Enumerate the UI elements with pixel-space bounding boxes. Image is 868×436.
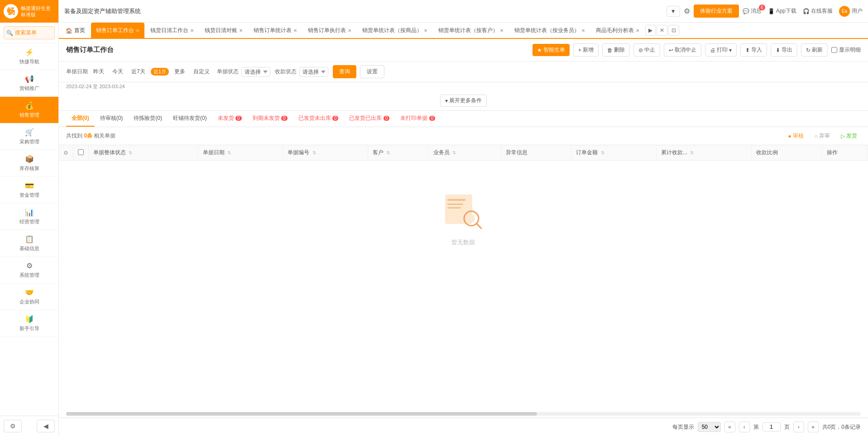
- status-select[interactable]: 请选择: [241, 67, 270, 77]
- sort-staff-icon[interactable]: ⇅: [452, 150, 456, 155]
- stop-button[interactable]: ⊘ 中止: [633, 43, 660, 57]
- tab-gross-margin[interactable]: 商品毛利分析表 ✕: [591, 23, 644, 38]
- sort-date-icon[interactable]: ⇅: [227, 150, 231, 155]
- next-page-button[interactable]: ›: [793, 422, 804, 432]
- user-info[interactable]: Ea 用户: [839, 6, 863, 17]
- sidebar-item-sales[interactable]: 💰 销售管理: [0, 97, 58, 123]
- tab-sales-stat[interactable]: 销售订单统计表 ✕: [249, 23, 302, 38]
- sidebar-item-system[interactable]: ⚙ 系统管理: [0, 257, 58, 284]
- sidebar-item-purchase[interactable]: 🛒 采购管理: [0, 123, 58, 150]
- close-tab-sales-stat[interactable]: ✕: [293, 28, 297, 33]
- scrollbar-track[interactable]: [66, 412, 861, 416]
- date-opt-custom[interactable]: 自定义: [191, 67, 212, 76]
- collapse-sidebar-button[interactable]: ◀: [37, 420, 55, 432]
- tab-sales-workbench[interactable]: 销售订单工作台 ✕: [91, 23, 144, 38]
- cancel-stop-button[interactable]: ↩ 取消中止: [664, 43, 701, 57]
- import-button[interactable]: ⬆ 导入: [740, 43, 767, 57]
- subtab-wangpu-pending[interactable]: 旺铺待发货(0): [168, 111, 212, 127]
- audit-button[interactable]: ● 审核: [785, 131, 807, 141]
- date-opt-1month[interactable]: 近1月: [151, 68, 169, 76]
- payment-select[interactable]: 请选择: [299, 67, 328, 77]
- online-service-button[interactable]: 🎧 在线客服: [803, 7, 833, 15]
- system-dropdown[interactable]: ▼: [667, 6, 680, 17]
- close-tab-cash-daily[interactable]: ✕: [190, 28, 194, 33]
- subtab-all[interactable]: 全部(0): [66, 111, 95, 127]
- subtab-not-shipped[interactable]: 未发货 0: [212, 111, 247, 127]
- close-tab-sales-by-product[interactable]: ✕: [424, 28, 427, 33]
- sidebar-item-inventory[interactable]: 📦 库存核算: [0, 150, 58, 177]
- sidebar-item-cooperation[interactable]: 🤝 企业协同: [0, 284, 58, 310]
- expand-conditions-button[interactable]: ▾ 展开更多条件: [440, 95, 487, 107]
- cancel-audit-button[interactable]: ○ 弃审: [811, 131, 834, 141]
- prev-page-button[interactable]: ‹: [739, 422, 750, 432]
- sort-customer-icon[interactable]: ⇅: [386, 150, 390, 155]
- per-page-select[interactable]: 50 10 20 100: [698, 422, 721, 432]
- date-opt-7days[interactable]: 近7天: [129, 67, 148, 76]
- tab-sales-by-product[interactable]: 销货单统计表（按商品） ✕: [357, 23, 432, 38]
- tab-scroll-right[interactable]: ▶: [645, 25, 656, 36]
- sidebar-item-operation[interactable]: 📊 经营管理: [0, 204, 58, 230]
- show-detail-checkbox[interactable]: [831, 47, 837, 53]
- close-tab-cash-reconcile[interactable]: ✕: [239, 28, 243, 33]
- close-tab-sales-by-customer[interactable]: ✕: [500, 28, 504, 33]
- refresh-button[interactable]: ↻ 刷新: [801, 43, 828, 57]
- select-all-checkbox[interactable]: [78, 149, 84, 155]
- subtab-not-printed[interactable]: 未打印单据 0: [395, 111, 441, 127]
- tab-menu[interactable]: ⊡: [668, 25, 679, 36]
- col-settings[interactable]: ⚙: [59, 145, 73, 161]
- first-page-button[interactable]: «: [724, 422, 735, 432]
- sidebar-item-basic-info[interactable]: 📋 基础信息: [0, 230, 58, 257]
- print-icon: 🖨: [710, 47, 715, 53]
- subtab-pending-check[interactable]: 待拣验货(0): [128, 111, 168, 127]
- date-opt-more[interactable]: 更多: [172, 67, 188, 76]
- search-menu-button[interactable]: 🔍 搜索菜单: [4, 26, 55, 39]
- sidebar-item-quick-nav[interactable]: ⚡ 快捷导航: [0, 43, 58, 70]
- smart-create-button[interactable]: ★ 智能生单: [532, 44, 570, 56]
- date-opt-today[interactable]: 今天: [110, 67, 126, 76]
- tab-close-all[interactable]: ✕: [657, 25, 667, 36]
- sidebar-item-finance[interactable]: 💳 资金管理: [0, 177, 58, 204]
- subtab-bar: 全部(0) 待审核(0) 待拣验货(0) 旺铺待发货(0) 未发货 0 到期未发…: [59, 111, 868, 127]
- tab-cash-daily[interactable]: 钱货日清工作台 ✕: [145, 23, 199, 38]
- sidebar-item-guide[interactable]: 🔰 新手引导: [0, 310, 58, 337]
- avatar: Ea: [839, 6, 850, 17]
- subtab-expired-not-shipped[interactable]: 到期未发货 0: [247, 111, 293, 127]
- sort-number-icon[interactable]: ⇅: [312, 150, 316, 155]
- subtab-shipped-out[interactable]: 已发货已出库 0: [344, 111, 395, 127]
- message-button[interactable]: 💬 消息 6: [743, 7, 762, 15]
- close-tab-sales-by-staff[interactable]: ✕: [581, 28, 585, 33]
- scrollbar-thumb[interactable]: [66, 412, 537, 416]
- sort-amount-icon[interactable]: ⇅: [601, 150, 604, 155]
- gear-icon[interactable]: ⚙: [684, 7, 690, 15]
- tab-sales-by-staff[interactable]: 销货单统计表（按业务员） ✕: [509, 23, 590, 38]
- date-filter: 单据日期 昨天 今天 近7天 近1月 更多 自定义: [66, 67, 212, 76]
- tab-sales-exec[interactable]: 销售订单执行表 ✕: [303, 23, 356, 38]
- last-page-button[interactable]: »: [808, 422, 819, 432]
- date-options: 昨天 今天 近7天 近1月 更多 自定义: [91, 67, 212, 76]
- subtab-pending-review[interactable]: 待审核(0): [95, 111, 129, 127]
- tab-home[interactable]: 🏠 首页: [61, 23, 90, 38]
- app-download-button[interactable]: 📱 App下载: [768, 7, 796, 15]
- query-button[interactable]: 查询: [333, 65, 356, 78]
- page-input[interactable]: [762, 422, 781, 431]
- settings-bottom-button[interactable]: ⚙: [4, 420, 22, 432]
- sidebar-item-marketing[interactable]: 📢 营销推广: [0, 70, 58, 97]
- set-button[interactable]: 设置: [360, 65, 384, 78]
- tab-cash-reconcile[interactable]: 钱货日清对账 ✕: [200, 23, 248, 38]
- ship-button[interactable]: ▷ 发货: [837, 131, 861, 141]
- show-detail-label[interactable]: 显示明细: [831, 46, 861, 54]
- subtab-shipped-not-out[interactable]: 已发货未出库 0: [293, 111, 344, 127]
- sidebar-item-label: 采购管理: [19, 138, 39, 145]
- tab-sales-by-customer[interactable]: 销货单统计表（按客户） ✕: [433, 23, 508, 38]
- date-opt-yesterday[interactable]: 昨天: [91, 67, 107, 76]
- close-tab-gross-margin[interactable]: ✕: [636, 28, 639, 33]
- close-tab-sales-workbench[interactable]: ✕: [136, 28, 139, 33]
- sort-collected-icon[interactable]: ⇅: [690, 150, 694, 155]
- sort-status-icon[interactable]: ⇅: [129, 150, 132, 155]
- delete-button[interactable]: 🗑 删除: [602, 43, 630, 57]
- solution-button[interactable]: 体验行业方案: [694, 5, 739, 18]
- close-tab-sales-exec[interactable]: ✕: [348, 28, 351, 33]
- print-button[interactable]: 🖨 打印 ▾: [705, 43, 737, 57]
- new-button[interactable]: + 新增: [573, 43, 599, 57]
- export-button[interactable]: ⬇ 导出: [771, 43, 797, 57]
